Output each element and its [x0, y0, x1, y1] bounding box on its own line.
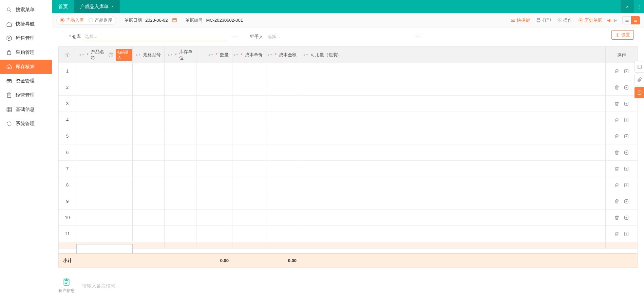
add-icon[interactable] — [624, 199, 629, 204]
close-icon[interactable]: × — [111, 4, 114, 9]
sidebar-item-1[interactable]: 快捷导航 — [0, 17, 52, 31]
loop-icon — [6, 121, 12, 127]
table-row[interactable]: 1 — [59, 63, 638, 79]
th-unit[interactable]: ▲▼*库存单位 — [165, 47, 196, 63]
product-cell-input[interactable] — [76, 244, 133, 253]
form-row: *仓库 ··· 经手人 ··· 设置 — [52, 27, 644, 44]
delete-icon[interactable] — [614, 68, 620, 74]
warehouse-input[interactable] — [84, 32, 227, 41]
delete-icon[interactable] — [614, 182, 620, 188]
table-row[interactable]: 6 — [59, 144, 638, 161]
remarks-section: 备注信息 — [58, 274, 638, 297]
rail-expand-icon[interactable] — [634, 61, 644, 73]
tabbar-close-button[interactable]: × — [620, 0, 634, 13]
table-row[interactable]: 9 — [59, 193, 638, 210]
sidebar-item-3[interactable]: 采购管理 — [0, 45, 52, 60]
add-icon[interactable] — [624, 101, 629, 106]
svg-rect-13 — [560, 19, 561, 20]
toolbar: 产品入库 产品退库 单据日期 2023-06-02 单据编号 MC-202306… — [52, 13, 644, 27]
column-config-icon[interactable] — [59, 47, 76, 63]
table-row[interactable]: 2 — [59, 79, 638, 96]
table-row[interactable]: 7 — [59, 161, 638, 177]
sidebar-item-0[interactable]: 搜索菜单 — [0, 3, 52, 17]
prev-arrow-icon[interactable]: ◀ — [606, 18, 611, 23]
handler-more-icon[interactable]: ··· — [415, 34, 421, 39]
handler-label: 经手人 — [250, 34, 263, 40]
warehouse-more-icon[interactable]: ··· — [233, 34, 239, 39]
svg-point-6 — [7, 122, 11, 126]
add-icon[interactable] — [624, 182, 629, 188]
add-icon[interactable] — [624, 68, 629, 74]
svg-point-18 — [67, 54, 68, 56]
table-row[interactable]: 5 — [59, 128, 638, 144]
settings-button[interactable]: 设置 — [611, 30, 634, 40]
tab-home-label: 首页 — [58, 4, 68, 10]
table-row[interactable]: 4 — [59, 112, 638, 128]
delete-icon[interactable] — [614, 231, 620, 237]
table-row[interactable]: 3 — [59, 96, 638, 112]
table-row[interactable]: 10 — [59, 210, 638, 226]
history-button[interactable]: 历史单据 — [576, 17, 604, 24]
delete-icon[interactable] — [614, 150, 620, 155]
add-icon[interactable] — [624, 231, 629, 237]
shortcut-button[interactable]: 快捷键 — [509, 17, 532, 24]
tab-home[interactable]: 首页 — [52, 0, 74, 13]
table-row[interactable]: 8 — [59, 177, 638, 193]
remarks-input[interactable] — [82, 283, 638, 289]
rail-note-icon[interactable] — [634, 87, 644, 98]
subtotal-amount: 0.00 — [266, 254, 300, 268]
table-header: ▲▼*产品名称? 扫码录入 ▲▼规格型号 ▲▼*库存单位 ▲▼*数量 ▲▼*成本… — [59, 47, 638, 63]
svg-point-0 — [7, 8, 10, 11]
svg-rect-5 — [7, 107, 12, 112]
radio-product-out[interactable]: 产品退库 — [89, 17, 112, 23]
delete-icon[interactable] — [614, 117, 620, 123]
sidebar: 搜索菜单快捷导航销售管理采购管理库存核算资金管理经营管理基础信息系统管理 — [0, 0, 52, 297]
sidebar-item-2[interactable]: 销售管理 — [0, 31, 52, 45]
view-detail-button[interactable] — [631, 16, 640, 24]
radio-product-in[interactable]: 产品入库 — [60, 17, 84, 23]
table-row-editing[interactable] — [59, 242, 638, 249]
warehouse-field: *仓库 ··· — [69, 32, 239, 41]
delete-icon[interactable] — [614, 166, 620, 172]
next-arrow-icon[interactable]: ▶ — [613, 18, 618, 23]
print-button[interactable]: 打印 — [534, 17, 553, 24]
delete-icon[interactable] — [614, 85, 620, 90]
house-icon — [6, 64, 12, 70]
add-icon[interactable] — [624, 215, 629, 220]
sidebar-item-4[interactable]: 库存核算 — [0, 60, 52, 74]
th-avail[interactable]: ▲▼可用量（包装) — [300, 47, 606, 63]
th-product[interactable]: ▲▼*产品名称? 扫码录入 — [76, 47, 133, 63]
sidebar-item-7[interactable]: 基础信息 — [0, 102, 52, 117]
delete-icon[interactable] — [614, 101, 620, 106]
th-spec[interactable]: ▲▼规格型号 — [133, 47, 165, 63]
delete-icon[interactable] — [614, 134, 620, 139]
tab-bar: 首页 产成品入库单 × × ⋮ — [52, 0, 644, 13]
add-icon[interactable] — [624, 134, 629, 139]
tabbar-more-button[interactable]: ⋮ — [634, 0, 644, 13]
add-icon[interactable] — [624, 117, 629, 123]
view-compact-button[interactable] — [622, 16, 631, 24]
handler-field: 经手人 ··· — [250, 32, 421, 41]
calendar-icon[interactable] — [172, 17, 177, 23]
th-price[interactable]: ▲▼*成本单价 — [232, 47, 266, 63]
th-qty[interactable]: ▲▼*数量 — [196, 47, 232, 63]
delete-icon[interactable] — [614, 215, 620, 220]
add-icon[interactable] — [624, 85, 629, 90]
operate-button[interactable]: 操作 — [555, 17, 574, 24]
svg-rect-14 — [558, 21, 559, 22]
add-icon[interactable] — [624, 150, 629, 155]
add-icon[interactable] — [624, 166, 629, 172]
sidebar-item-5[interactable]: 资金管理 — [0, 74, 52, 88]
table-row[interactable]: 11 — [59, 226, 638, 242]
th-amount[interactable]: ▲▼*成本金额 — [266, 47, 300, 63]
nav-arrows: ◀ ▶ — [606, 18, 618, 23]
tab-document[interactable]: 产成品入库单 × — [74, 0, 120, 13]
rail-attach-icon[interactable] — [634, 74, 644, 85]
sidebar-item-6[interactable]: 经营管理 — [0, 88, 52, 102]
product-table: ▲▼*产品名称? 扫码录入 ▲▼规格型号 ▲▼*库存单位 ▲▼*数量 ▲▼*成本… — [58, 46, 638, 268]
sidebar-item-8[interactable]: 系统管理 — [0, 117, 52, 131]
handler-input[interactable] — [267, 32, 409, 41]
scan-badge[interactable]: 扫码录入 — [116, 49, 132, 61]
delete-icon[interactable] — [614, 199, 620, 204]
date-value[interactable]: 2023-06-02 — [145, 18, 168, 23]
